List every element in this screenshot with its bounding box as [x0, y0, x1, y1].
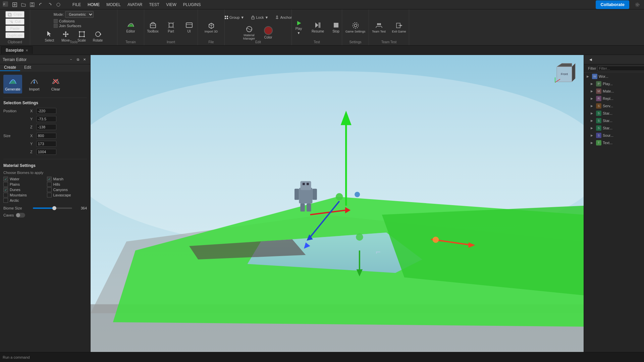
- terrain-minimize-btn[interactable]: −: [68, 57, 74, 63]
- explorer-starter3[interactable]: ▶ S Star...: [584, 124, 644, 132]
- import-btn[interactable]: Import: [25, 75, 44, 94]
- group-btn[interactable]: Group ▼: [222, 15, 246, 20]
- menu-model[interactable]: MODEL: [103, 2, 124, 8]
- biome-marsh-check[interactable]: [47, 177, 52, 181]
- biome-canyons-check[interactable]: [47, 187, 52, 192]
- file-icon: F: [3, 1, 8, 8]
- svg-rect-61: [303, 183, 305, 185]
- explorer-starter2[interactable]: ▶ S Star...: [584, 117, 644, 124]
- explorer-materials[interactable]: ▶ M Mate...: [584, 87, 644, 95]
- menu-bar: F FILE HOME MODEL AVATAR TEST VIEW PLUGI…: [0, 0, 644, 9]
- settings-icon[interactable]: [633, 1, 641, 9]
- resume-btn[interactable]: Resume: [309, 20, 327, 35]
- stop-btn[interactable]: Stop: [329, 20, 343, 35]
- part-btn[interactable]: Part: [163, 20, 179, 35]
- biome-lavascape[interactable]: Lavascape: [47, 193, 87, 197]
- biome-arctic-check[interactable]: [3, 198, 8, 203]
- collaborate-button[interactable]: Collaborate: [596, 0, 629, 9]
- biome-arctic[interactable]: Arctic: [3, 198, 44, 203]
- main-layout: Terrain Editor − ⧉ ✕ Create Edit Generat…: [0, 55, 644, 352]
- undo-btn[interactable]: [37, 1, 45, 9]
- svg-point-44: [379, 23, 381, 25]
- terrain-float-btn[interactable]: ⧉: [75, 57, 81, 63]
- biome-size-slider[interactable]: [33, 207, 72, 209]
- menu-plugins[interactable]: PLUGINS: [180, 2, 204, 8]
- redo-btn[interactable]: [46, 1, 54, 9]
- size-row: Size X: [3, 133, 87, 139]
- viewport[interactable]: ⌐ Front: [91, 55, 584, 352]
- team-test-btn[interactable]: Team Test: [370, 20, 388, 35]
- biome-lavascape-check[interactable]: [47, 193, 52, 197]
- play-btn[interactable]: Play ▼: [290, 20, 307, 35]
- menu-home[interactable]: HOME: [84, 2, 103, 8]
- cut-btn[interactable]: Cut: [5, 18, 25, 25]
- right-panel-expand-btn[interactable]: ◀: [587, 56, 595, 64]
- join-surfaces-check[interactable]: Join Surfaces: [54, 24, 94, 28]
- biome-hills[interactable]: Hills: [47, 182, 87, 187]
- filter-input[interactable]: [597, 66, 644, 71]
- terrain-create-tab[interactable]: Create: [0, 64, 20, 71]
- baseplate-tab-close[interactable]: ✕: [25, 49, 28, 52]
- copy-btn[interactable]: Copy: [5, 11, 25, 17]
- paste-btn[interactable]: Paste: [5, 25, 25, 32]
- anchor-btn[interactable]: Anchor: [273, 15, 294, 20]
- svg-rect-40: [334, 23, 338, 27]
- caves-toggle[interactable]: [16, 213, 25, 218]
- explorer-starter1[interactable]: ▶ S Star...: [584, 110, 644, 117]
- import3d-btn[interactable]: Import 3D: [201, 17, 221, 38]
- size-z[interactable]: [36, 149, 56, 155]
- new-btn[interactable]: [11, 1, 19, 9]
- game-settings-btn[interactable]: Game Settings: [345, 17, 366, 38]
- editor-btn[interactable]: Editor: [121, 17, 141, 38]
- menu-view[interactable]: VIEW: [163, 2, 180, 8]
- biome-plains[interactable]: Plains: [3, 182, 44, 187]
- exit-game-btn[interactable]: Exit Game: [390, 20, 409, 35]
- explorer-replicated[interactable]: ▶ R Repl...: [584, 95, 644, 102]
- baseplate-tab[interactable]: Baseplate ✕: [1, 46, 33, 54]
- biome-mountains-check[interactable]: [3, 193, 8, 197]
- svg-rect-22: [150, 24, 156, 28]
- menu-file[interactable]: FILE: [69, 2, 84, 8]
- toolbox-btn[interactable]: Toolbox: [145, 20, 161, 35]
- biome-canyons[interactable]: Canyons: [47, 187, 87, 192]
- biome-mountains[interactable]: Mountains: [3, 193, 44, 197]
- explorer-text[interactable]: ▶ T Text...: [584, 139, 644, 146]
- size-y[interactable]: [36, 141, 56, 147]
- explorer-server-script[interactable]: ▶ S Serv...: [584, 102, 644, 110]
- biome-dunes-check[interactable]: [3, 187, 8, 192]
- position-z[interactable]: [36, 124, 56, 130]
- svg-marker-84: [557, 63, 572, 67]
- size-x[interactable]: [36, 133, 56, 139]
- save-btn[interactable]: [28, 1, 36, 9]
- ui-btn[interactable]: UI: [181, 20, 198, 35]
- generate-btn[interactable]: Generate: [3, 75, 22, 94]
- duplicate-btn[interactable]: Duplicate: [5, 32, 25, 38]
- material-manager-btn[interactable]: Material Manager: [240, 25, 259, 40]
- menu-test[interactable]: TEST: [146, 2, 163, 8]
- color-btn[interactable]: Color: [260, 25, 277, 40]
- explorer-players[interactable]: ▶ P Play...: [584, 80, 644, 87]
- position-x[interactable]: [36, 108, 56, 114]
- collisions-check[interactable]: Collisions: [54, 19, 94, 23]
- lock-btn[interactable]: Lock ▼: [249, 15, 270, 20]
- terrain-close-btn[interactable]: ✕: [82, 57, 88, 63]
- history-btn[interactable]: [54, 1, 62, 9]
- biome-plains-check[interactable]: [3, 182, 8, 187]
- biome-dunes[interactable]: Dunes: [3, 187, 44, 192]
- biome-water[interactable]: Water: [3, 177, 44, 181]
- mode-dropdown[interactable]: Geometric Physical: [65, 11, 94, 18]
- svg-point-10: [57, 3, 60, 6]
- svg-rect-29: [227, 16, 228, 17]
- biome-marsh[interactable]: Marsh: [47, 177, 87, 181]
- biome-water-check[interactable]: [3, 177, 8, 181]
- clear-btn[interactable]: Clear: [46, 75, 65, 94]
- menu-avatar[interactable]: AVATAR: [124, 2, 146, 8]
- open-btn[interactable]: [19, 1, 28, 9]
- explorer-sound[interactable]: ▶ S Sour...: [584, 132, 644, 139]
- position-y[interactable]: [36, 116, 56, 122]
- terrain-edit-tab[interactable]: Edit: [20, 64, 35, 71]
- explorer-workspace[interactable]: ▶ W Wor...: [584, 73, 644, 80]
- sound-label: Sour...: [603, 133, 613, 137]
- players-label: Play...: [603, 82, 613, 86]
- biome-hills-check[interactable]: [47, 182, 52, 187]
